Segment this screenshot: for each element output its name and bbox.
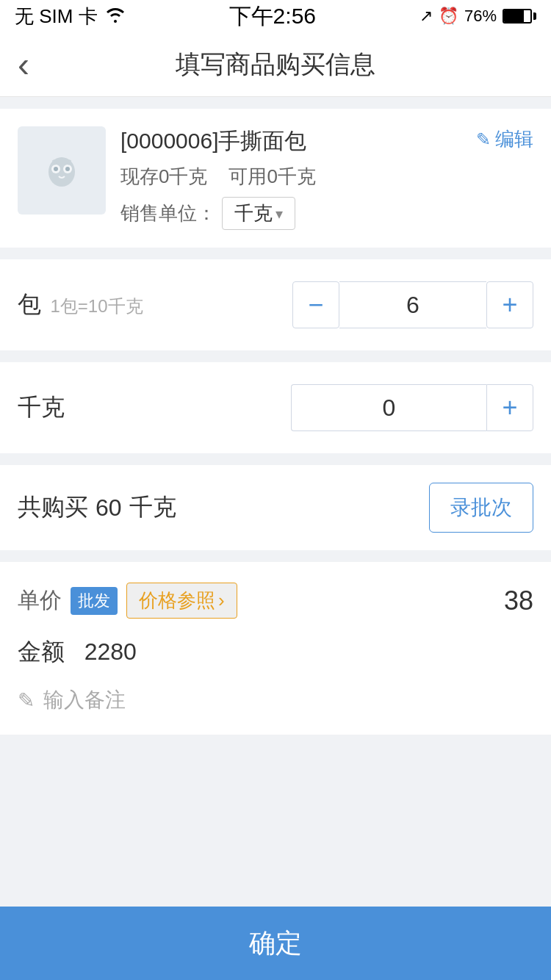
unit-select[interactable]: 千克 ▾ bbox=[222, 197, 295, 230]
package-label: 包 1包=10千克 bbox=[18, 289, 143, 321]
chevron-down-icon: ▾ bbox=[276, 205, 283, 223]
total-text: 共购买 60 千克 bbox=[18, 491, 176, 524]
back-button[interactable]: ‹ bbox=[18, 44, 29, 84]
page-title: 填写商品购买信息 bbox=[176, 48, 375, 82]
package-row: 包 1包=10千克 − + bbox=[18, 259, 533, 350]
total-amount: 60 bbox=[96, 494, 122, 522]
amount-value: 2280 bbox=[84, 638, 137, 665]
package-quantity-input[interactable] bbox=[339, 281, 486, 328]
product-info: [0000006]手撕面包 现存0千克 可用0千克 销售单位： 千克 ▾ bbox=[120, 126, 533, 230]
nav-bar: ‹ 填写商品购买信息 bbox=[0, 32, 551, 97]
wholesale-badge: 批发 bbox=[71, 587, 118, 615]
confirm-label: 确定 bbox=[249, 926, 302, 962]
increment-package-button[interactable]: + bbox=[486, 281, 533, 328]
edit-icon: ✎ bbox=[476, 129, 491, 150]
total-section: 共购买 60 千克 录批次 bbox=[0, 465, 551, 550]
status-time: 下午2:56 bbox=[229, 1, 316, 32]
status-left: 无 SIM 卡 bbox=[15, 4, 126, 29]
status-bar: 无 SIM 卡 下午2:56 ↗ ⏰ 76% bbox=[0, 0, 551, 32]
decrement-package-button[interactable]: − bbox=[292, 281, 339, 328]
kg-label: 千克 bbox=[18, 392, 65, 424]
product-stock: 现存0千克 可用0千克 bbox=[120, 164, 533, 190]
location-icon: ↗ bbox=[419, 7, 433, 26]
quantity-control-package: − + bbox=[292, 281, 533, 328]
pencil-icon: ✎ bbox=[18, 688, 35, 713]
increment-kg-button[interactable]: + bbox=[486, 384, 533, 431]
wifi-icon bbox=[105, 5, 126, 28]
price-section: 单价 批发 价格参照 › 38 金额 2280 ✎ 输入备注 bbox=[0, 562, 551, 735]
carrier-text: 无 SIM 卡 bbox=[15, 4, 98, 29]
price-value: 38 bbox=[504, 586, 533, 616]
price-row: 单价 批发 价格参照 › 38 bbox=[18, 583, 533, 619]
status-right: ↗ ⏰ 76% bbox=[419, 7, 536, 26]
amount-row: 金额 2280 bbox=[18, 636, 533, 669]
svg-point-3 bbox=[54, 167, 58, 171]
record-batch-button[interactable]: 录批次 bbox=[429, 483, 533, 533]
note-row[interactable]: ✎ 输入备注 bbox=[18, 686, 533, 714]
alarm-icon: ⏰ bbox=[439, 7, 458, 26]
kg-section: 千克 + bbox=[0, 362, 551, 453]
price-label: 单价 批发 价格参照 › bbox=[18, 583, 237, 619]
battery-percent: 76% bbox=[464, 7, 497, 26]
edit-button[interactable]: ✎ 编辑 bbox=[476, 126, 533, 152]
chevron-right-icon: › bbox=[218, 589, 225, 612]
product-image bbox=[18, 126, 106, 215]
product-card: [0000006]手撕面包 现存0千克 可用0千克 销售单位： 千克 ▾ ✎ 编… bbox=[0, 109, 551, 248]
battery-icon bbox=[503, 9, 536, 24]
empty-area bbox=[0, 735, 551, 907]
product-unit: 销售单位： 千克 ▾ bbox=[120, 197, 533, 230]
confirm-bar[interactable]: 确定 bbox=[0, 907, 551, 980]
product-name: [0000006]手撕面包 bbox=[120, 126, 533, 156]
package-section: 包 1包=10千克 − + bbox=[0, 259, 551, 350]
price-reference-button[interactable]: 价格参照 › bbox=[126, 583, 237, 619]
kg-quantity-input[interactable] bbox=[291, 384, 486, 431]
svg-point-0 bbox=[48, 157, 75, 187]
svg-point-4 bbox=[65, 167, 70, 171]
kg-row: 千克 + bbox=[18, 362, 533, 453]
quantity-control-kg: + bbox=[291, 384, 533, 431]
